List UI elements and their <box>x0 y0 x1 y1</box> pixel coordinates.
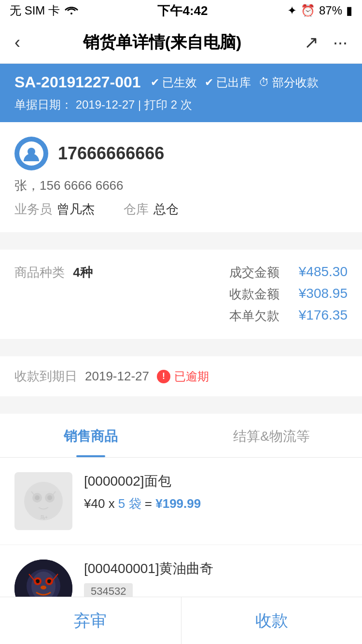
debt-row: 本单欠款 ¥176.35 <box>229 308 348 324</box>
summary-section: 商品种类 4种 成交金额 ¥485.30 收款金额 ¥308.95 本单欠款 ¥… <box>0 250 362 339</box>
date-value: 2019-12-27 <box>76 98 135 111</box>
warehouse-value: 总仓 <box>153 201 179 218</box>
debt-value: ¥176.35 <box>299 308 348 324</box>
order-number: SA-20191227-001 <box>14 73 141 91</box>
tab-sales-products[interactable]: 销售商品 <box>0 414 181 457</box>
header-band: SA-20191227-001 ✔ 已生效 ✔ 已出库 ⏱ 部分收款 单据日期：… <box>0 64 362 122</box>
collect-button[interactable]: 收款 <box>181 597 362 644</box>
received-value: ¥308.95 <box>299 286 348 303</box>
badge-partial-label: 部分收款 <box>272 75 319 90</box>
total-1: ¥199.99 <box>155 496 201 511</box>
received-label: 收款金额 <box>229 286 279 303</box>
product-code-2: [000400001] <box>84 561 159 576</box>
divider-1 <box>0 242 362 250</box>
header-band-top: SA-20191227-001 ✔ 已生效 ✔ 已出库 ⏱ 部分收款 <box>14 73 348 91</box>
battery-level: 87% <box>319 4 342 17</box>
category-value: 4种 <box>73 265 92 280</box>
share-icon[interactable]: ↗ <box>304 32 319 53</box>
sim-status: 无 SIM 卡 <box>10 3 60 18</box>
product-info-1: [0000002]面包 ¥40 x 5 袋 = ¥199.99 <box>84 472 348 530</box>
product-item: 鸟+ [0000002]面包 ¥40 x 5 袋 = ¥199.99 <box>0 458 362 545</box>
reject-label: 弃审 <box>74 610 107 632</box>
qty-1: 5 <box>118 496 125 511</box>
check-icon-2: ✔ <box>205 76 213 89</box>
svg-point-14 <box>41 586 46 589</box>
back-button[interactable]: ‹ <box>14 32 20 53</box>
status-bar: 无 SIM 卡 下午4:42 ✦ ⏰ 87% ▮ <box>0 0 362 21</box>
alarm-icon: ⏰ <box>301 4 315 17</box>
product-name-1: [0000002]面包 <box>84 472 348 490</box>
reject-button[interactable]: 弃审 <box>0 597 181 644</box>
customer-section: 17666666666 张，156 6666 6666 业务员 曾凡杰 仓库 总… <box>0 122 362 232</box>
amount-row: 成交金额 ¥485.30 <box>229 264 348 281</box>
customer-top: 17666666666 <box>14 137 348 170</box>
page-title: 销货单详情(来自电脑) <box>83 31 242 54</box>
tabs-section: 销售商品 结算&物流等 <box>0 414 362 458</box>
overdue-icon: ! <box>157 370 170 383</box>
product-image-1: 鸟+ <box>14 472 72 530</box>
product-title-2: 黄油曲奇 <box>159 561 213 576</box>
due-date: 2019-12-27 <box>85 369 149 384</box>
category-label: 商品种类 <box>14 265 65 280</box>
status-left: 无 SIM 卡 <box>10 3 78 18</box>
status-badges: ✔ 已生效 ✔ 已出库 ⏱ 部分收款 <box>151 75 319 90</box>
clock-icon: ⏱ <box>259 76 269 89</box>
product-thumb-1: 鸟+ <box>14 472 72 530</box>
divider-2 <box>0 349 362 356</box>
bottom-bar: 弃审 收款 <box>0 597 362 644</box>
price-1: ¥40 <box>84 496 105 511</box>
more-icon[interactable]: ··· <box>333 32 348 53</box>
customer-meta: 业务员 曾凡杰 仓库 总仓 <box>14 201 348 218</box>
due-label: 收款到期日 <box>14 368 77 385</box>
tab-sales-label: 销售商品 <box>64 429 118 444</box>
header-band-bottom: 单据日期： 2019-12-27 | 打印 2 次 <box>14 97 348 112</box>
product-code-1: [0000002] <box>84 474 144 489</box>
warehouse: 仓库 总仓 <box>124 201 179 218</box>
check-icon-1: ✔ <box>151 76 159 89</box>
amounts: 成交金额 ¥485.30 收款金额 ¥308.95 本单欠款 ¥176.35 <box>229 264 348 324</box>
unit-1: 袋 <box>129 496 141 511</box>
amount-label: 成交金额 <box>229 264 279 281</box>
sales-value: 曾凡杰 <box>57 201 95 218</box>
customer-name-phone: 张，156 6666 6666 <box>14 177 348 194</box>
price-sep-1: x <box>109 496 118 511</box>
badge-shipped-label: 已出库 <box>216 75 251 90</box>
tab-settlement[interactable]: 结算&物流等 <box>181 414 362 457</box>
category-info: 商品种类 4种 <box>14 264 93 281</box>
svg-text:鸟+: 鸟+ <box>40 515 48 520</box>
product-price-1: ¥40 x 5 袋 = ¥199.99 <box>84 495 348 512</box>
warehouse-label: 仓库 <box>124 201 149 218</box>
badge-shipped: ✔ 已出库 <box>205 75 251 90</box>
badge-partial: ⏱ 部分收款 <box>259 75 319 90</box>
battery-icon: ▮ <box>346 4 352 17</box>
collect-label: 收款 <box>255 610 288 632</box>
badge-effective-label: 已生效 <box>162 75 197 90</box>
product-title-1: 面包 <box>144 474 171 489</box>
nav-actions: ↗ ··· <box>304 32 348 53</box>
overdue-badge: ! 已逾期 <box>157 369 209 384</box>
badge-effective: ✔ 已生效 <box>151 75 197 90</box>
customer-id: 17666666666 <box>58 143 164 164</box>
print-info: | 打印 2 次 <box>138 98 192 111</box>
divider-3 <box>0 406 362 414</box>
eq-1: = <box>145 496 155 511</box>
avatar <box>14 137 48 170</box>
due-section: 收款到期日 2019-12-27 ! 已逾期 <box>0 356 362 396</box>
nav-bar: ‹ 销货单详情(来自电脑) ↗ ··· <box>0 21 362 64</box>
avatar-icon <box>19 141 43 166</box>
sales-person: 业务员 曾凡杰 <box>14 201 95 218</box>
product-name-2: [000400001]黄油曲奇 <box>84 560 348 578</box>
amount-value: ¥485.30 <box>299 264 348 281</box>
wifi-icon <box>65 4 78 17</box>
date-label: 单据日期： <box>14 98 72 111</box>
status-right: ✦ ⏰ 87% ▮ <box>287 4 352 17</box>
debt-label: 本单欠款 <box>229 308 279 324</box>
overdue-text: 已逾期 <box>174 369 209 384</box>
tab-settlement-label: 结算&物流等 <box>233 429 310 444</box>
location-icon: ✦ <box>287 4 297 17</box>
received-row: 收款金额 ¥308.95 <box>229 286 348 303</box>
time-display: 下午4:42 <box>157 2 208 19</box>
sales-label: 业务员 <box>14 201 52 218</box>
